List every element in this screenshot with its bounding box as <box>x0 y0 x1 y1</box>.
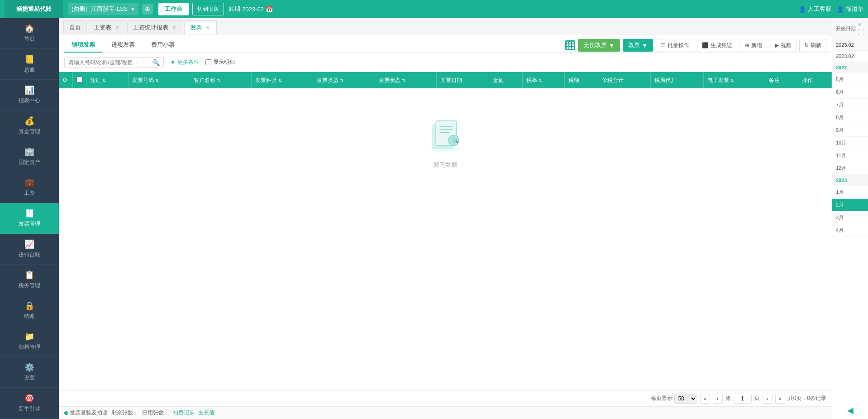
workspace-button[interactable]: 工作台 <box>158 3 189 15</box>
first-page-button[interactable]: « <box>700 394 710 404</box>
month-2023-3[interactable]: 3月 <box>832 212 868 224</box>
month-2022-5[interactable]: 5月 <box>832 73 868 86</box>
refresh-button[interactable]: ↻ 刷新 <box>799 39 826 52</box>
recharge-link[interactable]: 去充值 <box>198 409 215 417</box>
switch-old-button[interactable]: 切到旧版 <box>192 3 224 15</box>
app-logo: 畅捷通易代账 <box>5 0 63 18</box>
search-filter-toolbar: 🔍 ▼ 更多条件 显示明细 <box>59 53 832 72</box>
sidebar-item-funds[interactable]: 💰 资金管理 <box>0 111 59 141</box>
salary-icon: 💼 <box>24 178 34 188</box>
sidebar-item-guide[interactable]: 🎯 新手引导 <box>0 388 59 419</box>
search-icon[interactable]: 🔍 <box>152 59 160 66</box>
col-settings[interactable]: ⚙ <box>59 72 72 88</box>
right-panel-close-button[interactable]: × <box>858 21 864 28</box>
support-icon: 👤 <box>799 6 806 13</box>
col-invoice-status: 发票状态 ⇅ <box>375 72 436 88</box>
tab-salary-table[interactable]: 工资表 × <box>88 20 126 34</box>
no-deduct-button[interactable]: 无负取票 ▼ <box>578 39 620 52</box>
month-2022-10[interactable]: 10月 <box>832 137 868 149</box>
sub-tab-sales-invoice[interactable]: 销项发票 <box>64 38 102 53</box>
user-avatar[interactable]: 👤 徐溢华 <box>837 5 863 13</box>
e-invoice-sort-icon[interactable]: ⇅ <box>730 78 734 83</box>
main-layout: 🏠 首页 📒 总账 📊 报表中心 💰 资金管理 🏢 固定资产 💼 工资 🧾 发票… <box>0 18 868 419</box>
sidebar-item-salary[interactable]: 💼 工资 <box>0 172 59 203</box>
sales-icon: 📈 <box>24 239 34 249</box>
tab-invoice-close[interactable]: × <box>205 24 211 31</box>
month-2023-4[interactable]: 4月 <box>832 224 868 237</box>
tab-salary-table-close[interactable]: × <box>114 24 120 31</box>
filter-icon: ▼ <box>170 59 176 66</box>
invoice-no-sort-icon[interactable]: ⇅ <box>155 78 159 83</box>
invoice-table: ⚙ 凭证 ⇅ <box>59 72 832 88</box>
sidebar-item-sales[interactable]: 📈 进销台账 <box>0 234 59 265</box>
gen-voucher-button[interactable]: ⬛ 生成凭证 <box>697 39 737 52</box>
batch-ops-button[interactable]: ☰ 批量操作 <box>656 39 694 52</box>
sidebar-item-assets[interactable]: 🏢 固定资产 <box>0 141 59 172</box>
month-2022-7[interactable]: 7月 <box>832 99 868 111</box>
svg-text:🔍: 🔍 <box>452 137 459 144</box>
month-2023-2[interactable]: 2月 <box>832 199 868 212</box>
voucher-sort-icon[interactable]: ⇅ <box>102 78 106 83</box>
tab-home[interactable]: 首页 <box>63 20 87 34</box>
sub-tab-expense-receipt[interactable]: 费用小票 <box>144 38 182 53</box>
month-2022-9[interactable]: 9月 <box>832 124 868 137</box>
invoice-category-sort-icon[interactable]: ⇅ <box>340 78 343 83</box>
customer-sort-icon[interactable]: ⇅ <box>217 78 220 83</box>
sidebar-item-reports[interactable]: 📊 报表中心 <box>0 80 59 111</box>
right-panel-maximize-button[interactable]: ⛶ <box>858 29 864 36</box>
sidebar-item-tax[interactable]: 📋 税务管理 <box>0 265 59 295</box>
sidebar-item-home[interactable]: 🏠 首页 <box>0 18 59 49</box>
invoice-type-sort-icon[interactable]: ⇅ <box>278 78 282 83</box>
tab-salary-stats[interactable]: 工资统计报表 × <box>127 20 183 34</box>
next-page-button[interactable]: › <box>763 394 773 404</box>
tax-rate-sort-icon[interactable]: ⇅ <box>539 78 542 83</box>
month-2022-12[interactable]: 12月 <box>832 162 868 175</box>
col-amount: 金额 <box>489 72 523 88</box>
col-invoice-type: 发票种类 ⇅ <box>252 72 313 88</box>
table-area: ⚙ 凭证 ⇅ <box>59 72 832 390</box>
last-page-button[interactable]: » <box>775 394 785 404</box>
right-panel-period-header[interactable]: 2023.02 <box>832 39 868 51</box>
col-checkbox[interactable] <box>72 72 86 88</box>
company-selector[interactable]: (勿删）江西股宝-LSS ▼ <box>68 3 138 15</box>
assets-icon: 🏢 <box>24 147 34 157</box>
calendar-icon[interactable]: 📅 <box>266 6 273 13</box>
more-filter-button[interactable]: ▼ 更多条件 <box>167 57 203 68</box>
video-button[interactable]: ▶ 视频 <box>770 39 796 52</box>
search-input[interactable] <box>68 59 152 66</box>
sub-tab-purchase-invoice[interactable]: 进项发票 <box>104 38 142 53</box>
copy-button[interactable]: ⊕ <box>142 4 153 14</box>
sidebar-item-archive[interactable]: 📁 归档管理 <box>0 326 59 357</box>
take-ticket-button[interactable]: 取票 ▼ <box>623 39 653 52</box>
month-2022-11[interactable]: 11月 <box>832 149 868 162</box>
search-input-wrap[interactable]: 🔍 <box>64 57 164 68</box>
sidebar-item-settings[interactable]: ⚙️ 设置 <box>0 357 59 388</box>
tab-salary-stats-close[interactable]: × <box>171 24 177 31</box>
page-size-dropdown[interactable]: 10 20 50 100 <box>674 394 697 404</box>
grid-view-button[interactable] <box>565 40 575 50</box>
right-panel-period-item[interactable]: 2023.02 <box>832 51 868 62</box>
grid-dots-icon <box>567 42 574 49</box>
show-detail-label[interactable]: 显示明细 <box>213 58 235 66</box>
page-content: 销项发票 进项发票 费用小票 <box>59 34 832 419</box>
deduct-record-link[interactable]: 扣费记录 <box>173 409 195 417</box>
bottom-bar: 每页显示 10 20 50 100 « ‹ 第 页 › » <box>59 390 832 406</box>
col-tax-rate: 税率 ⇅ <box>522 72 564 88</box>
year-2023-header: 2023 <box>832 175 868 186</box>
sidebar-item-invoice[interactable]: 🧾 发票管理 <box>0 203 59 234</box>
sidebar-item-ledger[interactable]: 📒 总账 <box>0 49 59 80</box>
tab-invoice[interactable]: 发票 × <box>184 20 217 34</box>
right-panel-bottom-icon[interactable]: ◀ <box>847 405 854 415</box>
select-all-checkbox[interactable] <box>76 77 82 82</box>
prev-page-button[interactable]: ‹ <box>713 394 723 404</box>
month-2023-1[interactable]: 1月 <box>832 186 868 199</box>
show-detail-checkbox[interactable] <box>205 59 211 65</box>
sidebar-item-close[interactable]: 🔒 结账 <box>0 295 59 326</box>
avatar-icon: 👤 <box>837 6 844 13</box>
support-button[interactable]: 👤 人工客服 <box>799 5 831 13</box>
invoice-status-sort-icon[interactable]: ⇅ <box>402 78 405 83</box>
month-2022-6[interactable]: 6月 <box>832 86 868 99</box>
month-2022-8[interactable]: 8月 <box>832 111 868 124</box>
page-number-input[interactable] <box>734 394 752 404</box>
new-button[interactable]: ⊕ 新增 <box>740 39 767 52</box>
